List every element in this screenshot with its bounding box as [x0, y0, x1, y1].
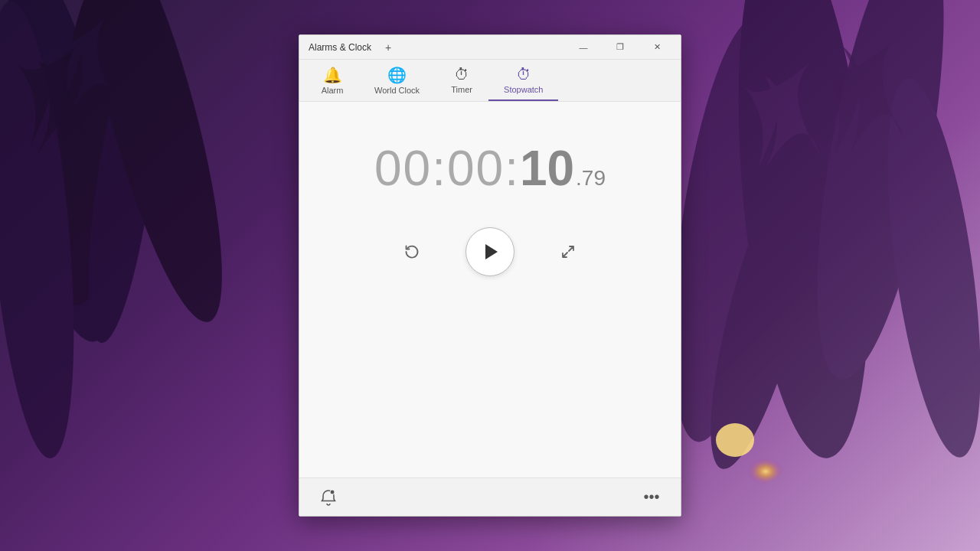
svg-point-7	[792, 0, 969, 388]
tab-timer[interactable]: ⏱ Timer	[435, 60, 488, 101]
stopwatch-sep2: :	[505, 140, 520, 197]
stopwatch-display: 00 : 00 : 10 .79	[374, 140, 606, 197]
timer-tab-icon: ⏱	[454, 66, 469, 83]
footer: •••	[299, 478, 681, 516]
play-icon	[485, 244, 498, 259]
expand-button[interactable]	[551, 235, 585, 269]
close-button[interactable]: ✕	[639, 35, 675, 60]
stopwatch-sep1: :	[432, 140, 447, 197]
svg-point-3	[75, 36, 171, 347]
stopwatch-ms: .79	[576, 166, 606, 191]
svg-point-10	[674, 398, 796, 490]
app-window: Alarms & Clock + — ❐ ✕ 🔔 Alarm 🌐 World C…	[299, 34, 681, 517]
stopwatch-hours: 00	[374, 140, 432, 197]
tab-stopwatch[interactable]: ⏱ Stopwatch	[488, 60, 558, 101]
stopwatch-tab-icon: ⏱	[516, 66, 531, 83]
main-content: 00 : 00 : 10 .79	[299, 102, 681, 478]
app-title: Alarms & Clock	[309, 42, 371, 53]
world-clock-tab-label: World Clock	[374, 86, 420, 95]
title-bar-left: Alarms & Clock +	[309, 37, 399, 58]
stopwatch-controls	[395, 227, 585, 276]
bell-icon	[320, 489, 337, 506]
nav-tabs: 🔔 Alarm 🌐 World Clock ⏱ Timer ⏱ Stopwatc…	[299, 60, 681, 102]
svg-point-6	[720, 0, 888, 464]
tab-world-clock[interactable]: 🌐 World Clock	[359, 60, 435, 101]
play-button[interactable]	[466, 227, 514, 276]
minimize-button[interactable]: —	[566, 35, 601, 60]
tab-alarm[interactable]: 🔔 Alarm	[305, 60, 359, 101]
svg-point-11	[716, 423, 754, 457]
svg-point-1	[43, 0, 141, 308]
stopwatch-seconds: 10	[520, 140, 574, 197]
world-clock-tab-icon: 🌐	[387, 66, 407, 84]
svg-point-2	[0, 0, 89, 461]
new-tab-button[interactable]: +	[377, 37, 399, 58]
more-options-button[interactable]: •••	[638, 484, 665, 511]
title-bar: Alarms & Clock + — ❐ ✕	[299, 35, 681, 60]
alarm-tab-label: Alarm	[322, 86, 344, 95]
reset-button[interactable]	[395, 235, 429, 269]
stopwatch-tab-label: Stopwatch	[504, 85, 543, 94]
alarm-tab-icon: 🔔	[323, 66, 342, 84]
expand-icon	[560, 244, 576, 259]
maximize-button[interactable]: ❐	[603, 35, 638, 60]
more-options-icon: •••	[643, 488, 659, 506]
svg-point-4	[57, 0, 249, 333]
title-bar-controls: — ❐ ✕	[566, 35, 675, 60]
svg-point-8	[870, 73, 980, 462]
svg-point-12	[330, 490, 335, 494]
svg-point-0	[0, 0, 140, 350]
reset-icon	[403, 243, 420, 260]
alarm-settings-button[interactable]	[315, 484, 342, 511]
svg-point-9	[689, 135, 843, 478]
timer-tab-label: Timer	[451, 85, 472, 94]
stopwatch-minutes: 00	[447, 140, 505, 197]
